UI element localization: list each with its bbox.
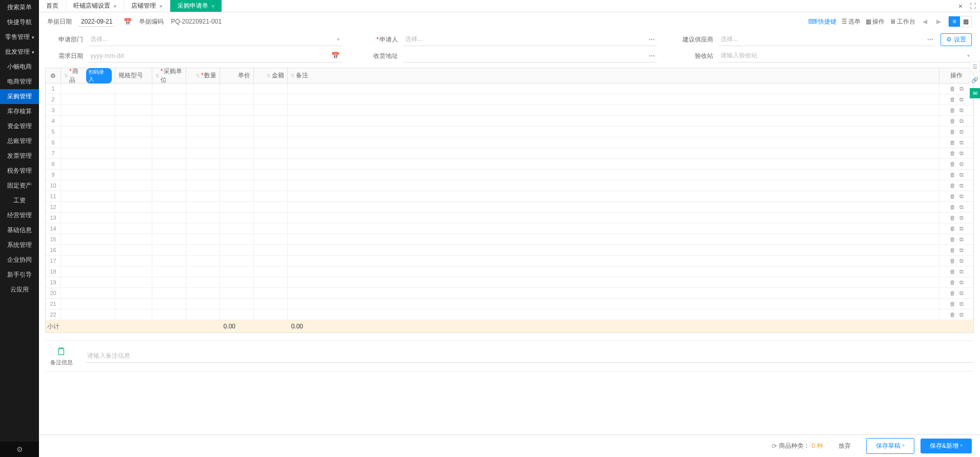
delete-icon[interactable]: 🗑	[950, 107, 955, 113]
prev-icon[interactable]: ◀	[921, 18, 929, 25]
view-list-button[interactable]: ≡	[949, 16, 960, 27]
copy-icon[interactable]: ⧉	[959, 129, 964, 135]
operate-action[interactable]: ▦操作	[866, 17, 885, 26]
table-row[interactable]: 16🗑⧉	[46, 245, 973, 256]
copy-icon[interactable]: ⧉	[959, 258, 964, 264]
table-row[interactable]: 9🗑⧉	[46, 170, 973, 180]
sidebar-item-1[interactable]: 快捷导航	[0, 15, 39, 30]
person-select[interactable]: 选择...⋯	[403, 33, 656, 46]
col-qty[interactable]: ⇅数量	[186, 68, 220, 83]
copy-icon[interactable]: ⧉	[959, 96, 964, 103]
tabs-close-all-icon[interactable]: ×	[955, 2, 966, 10]
delete-icon[interactable]: 🗑	[950, 129, 955, 135]
sidebar-item-2[interactable]: 零售管理▾	[0, 30, 39, 45]
copy-icon[interactable]: ⧉	[959, 107, 964, 114]
col-unit[interactable]: ⇅采购单位	[152, 68, 186, 83]
delete-icon[interactable]: 🗑	[950, 204, 955, 210]
table-row[interactable]: 22🗑⧉	[46, 309, 973, 320]
delete-icon[interactable]: 🗑	[950, 86, 955, 92]
col-amount[interactable]: ⇅金额	[254, 68, 288, 83]
col-note[interactable]: ⇅备注	[288, 68, 939, 83]
delete-icon[interactable]: 🗑	[950, 96, 955, 102]
delete-icon[interactable]: 🗑	[950, 247, 955, 253]
sidebar-item-17[interactable]: 企业协同	[0, 253, 39, 267]
col-price[interactable]: 单价	[220, 68, 254, 83]
delete-icon[interactable]: 🗑	[950, 150, 955, 156]
col-product[interactable]: ⇅商品扫码录入	[61, 68, 115, 83]
copy-icon[interactable]: ⧉	[959, 172, 964, 178]
table-row[interactable]: 2🗑⧉	[46, 94, 973, 105]
shortcut-action[interactable]: ⌨快捷键	[808, 17, 836, 26]
dept-select[interactable]: 选择...▾	[88, 33, 342, 46]
copy-icon[interactable]: ⧉	[959, 161, 964, 168]
supplier-select[interactable]: 选择...⋯	[718, 33, 935, 46]
copy-icon[interactable]: ⧉	[959, 268, 964, 275]
sidebar-item-3[interactable]: 批发管理▾	[0, 45, 39, 59]
delete-icon[interactable]: 🗑	[950, 290, 955, 296]
sidebar-item-15[interactable]: 基础信息	[0, 223, 39, 238]
sidebar-item-9[interactable]: 总账管理	[0, 134, 39, 149]
delete-icon[interactable]: 🗑	[950, 215, 955, 221]
copy-icon[interactable]: ⧉	[959, 247, 964, 254]
copy-icon[interactable]: ⧉	[959, 311, 964, 318]
table-row[interactable]: 19🗑⧉	[46, 277, 973, 288]
sidebar-item-6[interactable]: 采购管理	[0, 89, 39, 104]
copy-icon[interactable]: ⧉	[959, 236, 964, 243]
table-row[interactable]: 13🗑⧉	[46, 213, 973, 223]
table-row[interactable]: 20🗑⧉	[46, 288, 973, 299]
sidebar-item-5[interactable]: 电商管理	[0, 74, 39, 89]
settings-gear-icon[interactable]: ⚙	[16, 445, 23, 453]
rail-note-icon[interactable]: ☰	[970, 61, 980, 72]
refresh-icon[interactable]: ⟳	[772, 443, 777, 450]
copy-icon[interactable]: ⧉	[959, 215, 964, 221]
tab-2[interactable]: 店铺管理×	[124, 0, 170, 12]
calendar-icon[interactable]: 📅	[124, 18, 132, 26]
copy-icon[interactable]: ⧉	[959, 193, 964, 200]
table-row[interactable]: 3🗑⧉	[46, 105, 973, 116]
table-row[interactable]: 8🗑⧉	[46, 159, 973, 170]
delete-icon[interactable]: 🗑	[950, 236, 955, 242]
table-row[interactable]: 1🗑⧉	[46, 84, 973, 94]
delete-icon[interactable]: 🗑	[950, 279, 955, 285]
sidebar-item-0[interactable]: 搜索菜单	[0, 0, 39, 15]
close-icon[interactable]: ×	[113, 3, 116, 9]
tab-0[interactable]: 首页	[39, 0, 66, 12]
workbench-action[interactable]: 🖥工作台	[890, 17, 915, 26]
copy-icon[interactable]: ⧉	[959, 139, 964, 146]
delete-icon[interactable]: 🗑	[950, 118, 955, 124]
table-row[interactable]: 15🗑⧉	[46, 234, 973, 245]
table-row[interactable]: 6🗑⧉	[46, 137, 973, 148]
delete-icon[interactable]: 🗑	[950, 139, 955, 146]
fullscreen-icon[interactable]: ⛶	[970, 3, 976, 10]
copy-icon[interactable]: ⧉	[959, 86, 964, 92]
table-row[interactable]: 14🗑⧉	[46, 223, 973, 234]
tab-1[interactable]: 旺铺店铺设置×	[66, 0, 124, 12]
delete-icon[interactable]: 🗑	[950, 301, 955, 307]
memo-input[interactable]: 请输入备注信息	[85, 349, 974, 363]
addr-select[interactable]: ⋯	[403, 49, 656, 63]
checker-input[interactable]: 请输入验收站▾	[718, 49, 972, 63]
sidebar-item-8[interactable]: 资金管理	[0, 119, 39, 134]
delete-icon[interactable]: 🗑	[950, 268, 955, 275]
sidebar-item-7[interactable]: 库存核算	[0, 104, 39, 119]
table-row[interactable]: 4🗑⧉	[46, 116, 973, 127]
sidebar-item-10[interactable]: 发票管理	[0, 149, 39, 163]
copy-icon[interactable]: ⧉	[959, 225, 964, 232]
table-row[interactable]: 12🗑⧉	[46, 202, 973, 213]
copy-icon[interactable]: ⧉	[959, 290, 964, 297]
tab-3[interactable]: 采购申请单×	[170, 0, 222, 12]
copy-icon[interactable]: ⧉	[959, 150, 964, 157]
sidebar-item-14[interactable]: 经营管理	[0, 208, 39, 223]
sidebar-item-16[interactable]: 系统管理	[0, 238, 39, 253]
table-row[interactable]: 21🗑⧉	[46, 299, 973, 309]
close-icon[interactable]: ×	[159, 3, 162, 9]
sidebar-item-13[interactable]: 工资	[0, 193, 39, 208]
copy-icon[interactable]: ⧉	[959, 118, 964, 124]
table-row[interactable]: 5🗑⧉	[46, 127, 973, 137]
copy-icon[interactable]: ⧉	[959, 279, 964, 286]
sidebar-item-18[interactable]: 新手引导	[0, 267, 39, 282]
sidebar-item-4[interactable]: 小畅电商	[0, 59, 39, 74]
delete-icon[interactable]: 🗑	[950, 258, 955, 264]
delete-icon[interactable]: 🗑	[950, 311, 955, 318]
sidebar-item-11[interactable]: 税务管理	[0, 163, 39, 178]
